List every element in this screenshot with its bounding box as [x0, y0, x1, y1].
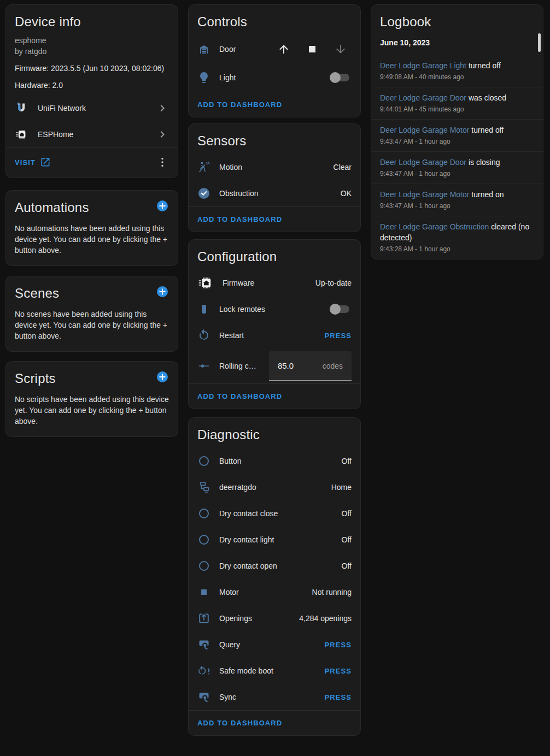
sync-press-button[interactable]: PRESS — [324, 693, 352, 701]
query-press-button[interactable]: PRESS — [324, 641, 352, 649]
integration-row-esphome[interactable]: ESPHome — [15, 121, 169, 147]
sensor-row-motion[interactable]: Motion Clear — [189, 154, 360, 180]
diagnostic-row-deerratgdo[interactable]: deerratgdo Home — [189, 474, 360, 500]
logbook-timestamp: 9:43:28 AM - 1 hour ago — [380, 245, 534, 253]
logbook-entity-link[interactable]: Deer Lodge Garage Light — [380, 61, 466, 70]
firmware-status: Up-to-date — [315, 279, 352, 287]
square-icon — [197, 586, 210, 599]
logbook-entity-link[interactable]: Deer Lodge Garage Motor — [380, 126, 469, 134]
scripts-title: Scripts — [6, 362, 65, 392]
restart-press-button[interactable]: PRESS — [324, 332, 352, 340]
motion-sensor-icon — [197, 161, 210, 174]
logbook-entry: Deer Lodge Garage Door is closing 9:43:4… — [371, 151, 543, 184]
toggle-thumb — [330, 72, 341, 83]
chevron-right-icon — [156, 128, 169, 141]
light-label: Light — [219, 73, 236, 82]
automations-title: Automations — [6, 191, 98, 221]
door-label: Door — [219, 45, 236, 54]
diagnostic-row-dry-contact-light[interactable]: Dry contact light Off — [189, 527, 360, 553]
kebab-menu-icon[interactable] — [156, 156, 169, 169]
config-row-lock-remotes[interactable]: Lock remotes — [189, 296, 360, 322]
device-firmware-line: Firmware: 2023.5.5 (Jun 10 2023, 08:02:0… — [15, 63, 169, 74]
logbook-entity-link[interactable]: Deer Lodge Garage Motor — [380, 190, 469, 199]
logbook-entry: Deer Lodge Garage Light turned off 9:49:… — [371, 55, 543, 87]
diagnostic-row-dry-contact-close[interactable]: Dry contact close Off — [189, 500, 360, 527]
unifi-logo-icon — [15, 102, 28, 115]
add-automation-button[interactable] — [156, 199, 169, 212]
add-script-button[interactable] — [156, 370, 169, 383]
lightbulb-icon — [197, 71, 210, 84]
rolling-codes-value: 85.0 — [278, 361, 294, 370]
scenes-empty-text: No scenes have been added using this dev… — [6, 306, 178, 351]
diagnostic-row-safe-mode-boot[interactable]: Safe mode boot PRESS — [189, 658, 360, 684]
controls-row-light[interactable]: Light — [189, 63, 360, 92]
device-model: esphome — [15, 35, 169, 46]
logbook-title: Logbook — [371, 5, 543, 35]
add-to-dashboard-button[interactable]: ADD TO DASHBOARD — [197, 215, 282, 223]
lock-remotes-toggle[interactable] — [331, 305, 349, 313]
gesture-tap-button-icon — [197, 690, 210, 704]
device-page: Device info esphome by ratgdo Firmware: … — [0, 0, 550, 740]
restart-icon — [197, 329, 210, 342]
config-row-restart[interactable]: Restart PRESS — [189, 322, 360, 349]
diagnostic-row-sync[interactable]: Sync PRESS — [189, 684, 360, 710]
logbook-entity-link[interactable]: Deer Lodge Garage Door — [380, 93, 466, 102]
circle-outline-icon — [197, 507, 210, 520]
device-info-card: Device info esphome by ratgdo Firmware: … — [5, 4, 178, 178]
chevron-right-icon — [156, 102, 169, 115]
logbook-event: is closing — [469, 158, 500, 167]
cover-close-button[interactable] — [334, 43, 347, 56]
configuration-title: Configuration — [189, 240, 360, 270]
scripts-empty-text: No scripts have been added using this de… — [6, 392, 178, 436]
logbook-event: turned off — [471, 126, 504, 134]
arrow-up-box-icon — [197, 612, 210, 625]
light-toggle[interactable] — [331, 74, 349, 81]
rolling-codes-input[interactable]: 85.0 codes — [269, 351, 352, 381]
integration-row-unifi[interactable]: UniFi Network — [15, 95, 169, 121]
diagnostic-row-motor[interactable]: Motor Not running — [189, 579, 360, 605]
device-info-title: Device info — [6, 5, 178, 35]
diagnostic-row-openings[interactable]: Openings 4,284 openings — [189, 605, 360, 631]
circle-outline-icon — [197, 533, 210, 546]
circle-outline-icon — [197, 454, 210, 468]
logbook-entry: Deer Lodge Garage Motor turned on 9:43:4… — [371, 184, 543, 216]
logbook-event: was closed — [469, 93, 506, 102]
controls-row-door[interactable]: Door — [189, 35, 360, 63]
restart-alert-icon — [197, 664, 210, 677]
logbook-event: turned on — [471, 190, 504, 199]
cover-stop-button[interactable] — [306, 43, 319, 56]
rolling-codes-unit: codes — [323, 362, 343, 370]
esphome-logo-icon — [15, 128, 28, 141]
scenes-title: Scenes — [6, 276, 68, 306]
sensor-value: OK — [341, 189, 352, 198]
config-row-rolling-codes[interactable]: Rolling co… 85.0 codes — [189, 349, 360, 383]
visit-button[interactable]: VISIT — [15, 157, 51, 168]
gesture-tap-button-icon — [197, 638, 210, 651]
diagnostic-row-dry-contact-open[interactable]: Dry contact open Off — [189, 553, 360, 579]
scripts-card: Scripts No scripts have been added using… — [5, 361, 178, 437]
cover-open-button[interactable] — [277, 43, 290, 56]
logbook-timestamp: 9:43:47 AM - 1 hour ago — [380, 137, 534, 146]
logbook-entry: Deer Lodge Garage Motor turned off 9:43:… — [371, 119, 543, 151]
add-to-dashboard-button[interactable]: ADD TO DASHBOARD — [197, 101, 282, 109]
diagnostic-card: Diagnostic Button Off deerratgdo Home Dr… — [188, 417, 361, 736]
sensor-row-obstruction[interactable]: Obstruction OK — [189, 180, 360, 206]
add-scene-button[interactable] — [156, 285, 169, 298]
logbook-scrollbar-thumb[interactable] — [538, 33, 541, 52]
sensors-card: Sensors Motion Clear Obstruction OK ADD … — [188, 123, 361, 232]
lan-icon — [197, 481, 210, 494]
logbook-event: turned off — [469, 61, 501, 70]
logbook-entity-link[interactable]: Deer Lodge Garage Obstruction — [380, 222, 489, 231]
automations-card: Automations No automations have been add… — [5, 190, 178, 266]
config-row-firmware[interactable]: Firmware Up-to-date — [189, 270, 360, 296]
logbook-entity-link[interactable]: Deer Lodge Garage Door — [380, 158, 466, 167]
diagnostic-row-query[interactable]: Query PRESS — [189, 631, 360, 658]
safe-mode-press-button[interactable]: PRESS — [324, 667, 352, 675]
add-to-dashboard-button[interactable]: ADD TO DASHBOARD — [197, 392, 282, 400]
sensors-title: Sensors — [189, 124, 360, 154]
logbook-entry: Deer Lodge Garage Door was closed 9:44:0… — [371, 87, 543, 119]
add-to-dashboard-button[interactable]: ADD TO DASHBOARD — [197, 719, 282, 727]
firmware-chip-icon — [197, 275, 214, 291]
remote-icon — [197, 303, 210, 316]
diagnostic-row-button[interactable]: Button Off — [189, 448, 360, 474]
